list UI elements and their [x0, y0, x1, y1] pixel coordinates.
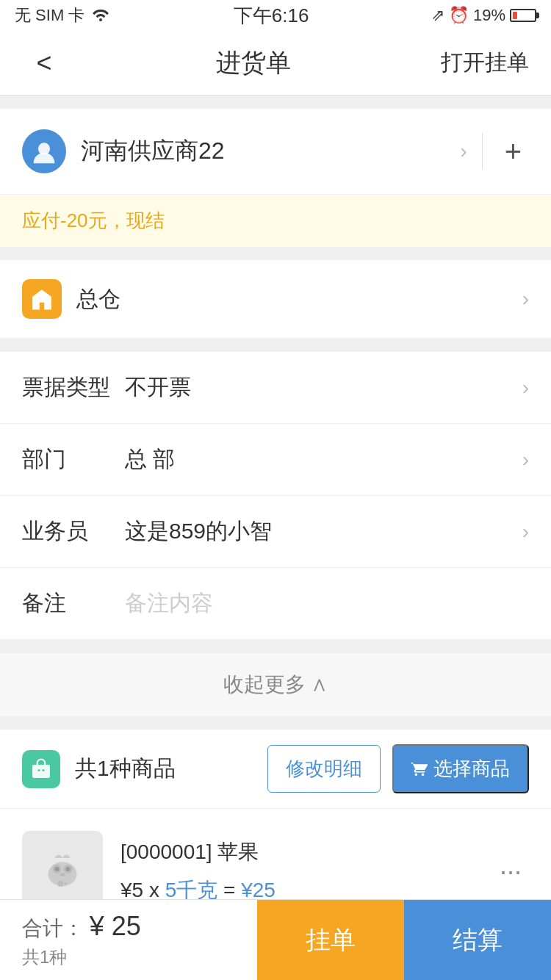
edit-detail-button[interactable]: 修改明细	[267, 745, 381, 793]
product-equals: =	[223, 879, 241, 901]
svg-point-3	[43, 769, 45, 771]
warehouse-chevron-icon: ›	[522, 287, 529, 311]
total-amount: ¥ 25	[90, 911, 141, 941]
supplier-row[interactable]: 河南供应商22 › +	[0, 109, 551, 195]
department-label: 部门	[22, 444, 125, 475]
invoice-type-value: 不开票	[125, 372, 522, 403]
department-value: 总 部	[125, 444, 522, 475]
warehouse-name: 总仓	[76, 284, 515, 314]
bottom-bar: 合计： ¥ 25 共1种 挂单 结算	[0, 899, 551, 980]
battery-percent: 19%	[473, 6, 505, 25]
department-row[interactable]: 部门 总 部 ›	[0, 424, 551, 496]
content-area: 河南供应商22 › + 应付-20元，现结 总仓 › 票据类型 不开票 ›	[0, 96, 551, 980]
invoice-type-chevron-icon: ›	[522, 376, 529, 400]
status-left: 无 SIM 卡	[15, 4, 111, 26]
alarm-icon: ⏰	[449, 6, 469, 25]
svg-point-8	[66, 867, 71, 871]
svg-point-9	[60, 873, 65, 876]
salesperson-value: 这是859的小智	[125, 516, 522, 547]
svg-rect-1	[32, 765, 50, 778]
supplier-chevron-icon: ›	[460, 140, 467, 163]
supplier-notice: 应付-20元，现结	[0, 195, 551, 247]
checkout-button[interactable]: 结算	[404, 900, 551, 981]
select-product-label: 选择商品	[433, 756, 510, 782]
total-section: 合计： ¥ 25 共1种	[0, 911, 257, 969]
product-multiply: x	[149, 879, 165, 901]
products-header: 共1种商品 修改明细 选择商品	[0, 729, 551, 809]
select-product-button[interactable]: 选择商品	[392, 744, 529, 793]
total-row: 合计： ¥ 25	[22, 911, 235, 943]
total-count: 共1种	[22, 945, 235, 969]
location-icon: ⇗	[431, 6, 444, 25]
product-code: [0000001]	[120, 840, 212, 863]
products-icon	[22, 750, 60, 788]
invoice-type-label: 票据类型	[22, 372, 125, 403]
form-card: 票据类型 不开票 › 部门 总 部 › 业务员 这是859的小智 › 备注 备注…	[0, 352, 551, 640]
product-qty: 5千克	[165, 879, 218, 901]
warehouse-icon	[22, 279, 62, 319]
product-more-button[interactable]: ···	[492, 856, 529, 887]
product-title: 苹果	[217, 840, 259, 863]
svg-point-7	[55, 867, 60, 871]
hang-button[interactable]: 挂单	[257, 900, 404, 981]
wifi-icon	[90, 5, 111, 26]
add-supplier-button[interactable]: +	[497, 135, 529, 168]
back-button[interactable]: <	[22, 41, 66, 85]
salesperson-label: 业务员	[22, 516, 125, 547]
collapse-button[interactable]: 收起更多 ∧	[0, 653, 551, 716]
status-right: ⇗ ⏰ 19%	[431, 6, 536, 25]
product-count-label: 共1种商品	[75, 754, 267, 784]
product-info: [0000001] 苹果 ¥5 x 5千克 = ¥25	[120, 838, 492, 904]
status-bar: 无 SIM 卡 下午6:16 ⇗ ⏰ 19%	[0, 0, 551, 31]
nav-bar: < 进货单 打开挂单	[0, 31, 551, 96]
warehouse-card: 总仓 ›	[0, 260, 551, 339]
total-label: 合计：	[22, 917, 84, 940]
remark-label: 备注	[22, 588, 125, 619]
open-hang-button[interactable]: 打开挂单	[441, 48, 529, 78]
svg-text:督+: 督+	[57, 880, 68, 887]
supplier-divider	[482, 133, 483, 170]
page-title: 进货单	[216, 46, 291, 80]
supplier-name: 河南供应商22	[81, 135, 453, 167]
supplier-avatar	[22, 129, 66, 173]
salesperson-row[interactable]: 业务员 这是859的小智 ›	[0, 496, 551, 568]
remark-input[interactable]: 备注内容	[125, 588, 529, 619]
product-total: ¥25	[241, 879, 276, 901]
warehouse-row[interactable]: 总仓 ›	[0, 260, 551, 339]
product-name: [0000001] 苹果	[120, 838, 492, 866]
department-chevron-icon: ›	[522, 448, 529, 472]
battery-icon	[510, 9, 536, 22]
status-time: 下午6:16	[234, 3, 309, 29]
svg-point-2	[38, 769, 40, 771]
remark-row[interactable]: 备注 备注内容	[0, 568, 551, 640]
product-unit-price: ¥5	[120, 879, 143, 901]
cart-icon	[411, 761, 428, 777]
supplier-card: 河南供应商22 › + 应付-20元，现结	[0, 109, 551, 247]
invoice-type-row[interactable]: 票据类型 不开票 ›	[0, 352, 551, 424]
carrier-text: 无 SIM 卡	[15, 4, 84, 26]
salesperson-chevron-icon: ›	[522, 520, 529, 544]
